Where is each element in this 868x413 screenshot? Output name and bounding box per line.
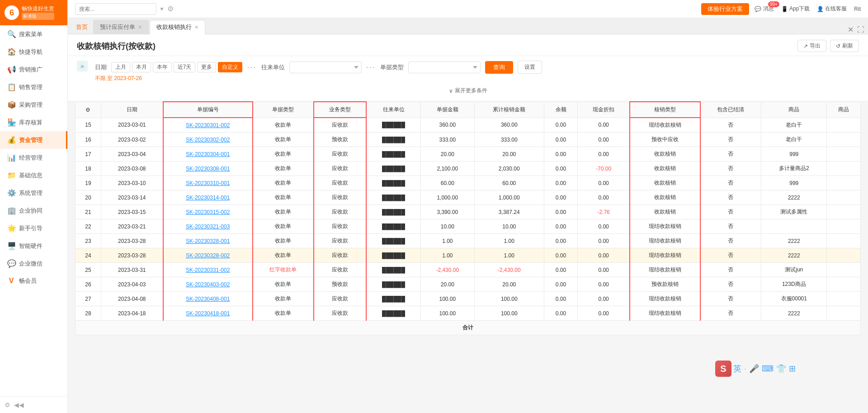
- sidebar-item-hardware[interactable]: 🖥️ 智能硬件: [0, 237, 67, 255]
- biz-type-cell: 预收款: [314, 133, 366, 147]
- bill-no-cell[interactable]: SK-20230331-002: [163, 263, 253, 277]
- page-body: 收款核销执行(按收款) ↗ 导出 ↺ 刷新 » 日期: [68, 34, 868, 413]
- th-product2[interactable]: 商品: [827, 102, 861, 118]
- bill-no-cell[interactable]: SK-20230302-002: [163, 133, 253, 147]
- query-button[interactable]: 查询: [485, 61, 513, 74]
- th-gear[interactable]: ⚙: [75, 102, 101, 118]
- tab-collection-close-icon[interactable]: ✕: [194, 24, 198, 30]
- sidebar-item-label: 智能硬件: [19, 242, 42, 250]
- bill-no-cell[interactable]: SK-20230418-001: [163, 306, 253, 321]
- sidebar-item-finance[interactable]: 💰 资金管理: [0, 131, 67, 149]
- sidebar-item-sales[interactable]: 📋 销售管理: [0, 78, 67, 96]
- online-service-link[interactable]: 👤 在线客服: [817, 5, 847, 13]
- table-cell: 否: [700, 161, 761, 176]
- watermark-icon-3: 🎤: [749, 364, 759, 374]
- refresh-button[interactable]: ↺ 刷新: [830, 40, 859, 52]
- sidebar-item-inventory[interactable]: 🏪 库存核算: [0, 114, 67, 131]
- settings-button[interactable]: 设置: [518, 61, 542, 74]
- basic-icon: 📁: [7, 171, 15, 180]
- write-type-cell: 现结收款核销: [630, 118, 700, 133]
- bill-no-cell[interactable]: SK-20230301-002: [163, 118, 253, 133]
- th-write-type[interactable]: 核销类型: [630, 102, 700, 118]
- more-date-button[interactable]: 更多: [197, 62, 216, 72]
- th-include-cleared[interactable]: 包含已结清: [700, 102, 761, 118]
- custom-date-button[interactable]: 自定义: [218, 62, 242, 72]
- table-row: 192023-03-10SK-20230310-001收款单应收款██████6…: [75, 176, 861, 190]
- user-avatar[interactable]: Rit: [854, 6, 861, 12]
- table-cell: 0.00: [578, 234, 630, 248]
- last-month-button[interactable]: 上月: [111, 62, 130, 72]
- table-cell: 19: [75, 176, 101, 190]
- table-cell: 0.00: [578, 306, 630, 321]
- topbar-search-input[interactable]: [75, 3, 156, 15]
- th-biz-type[interactable]: 业务类型: [314, 102, 366, 118]
- sidebar-item-basic[interactable]: 📁 基础信息: [0, 166, 67, 184]
- expand-more-button[interactable]: ∨ 展开更多条件: [449, 85, 487, 96]
- biz-type-cell: 应收款: [314, 219, 366, 234]
- close-window-icon[interactable]: ✕: [848, 25, 854, 34]
- app-download-link[interactable]: 📱 App下载: [781, 5, 810, 13]
- finance-icon: 💰: [7, 136, 15, 144]
- tab-prepay-close-icon[interactable]: ✕: [138, 24, 142, 30]
- footer-total-label: 合计: [75, 321, 861, 335]
- th-product[interactable]: 商品: [761, 102, 827, 118]
- sidebar-item-marketing[interactable]: 📢 营销推广: [0, 61, 67, 78]
- last-7days-button[interactable]: 近7天: [174, 62, 196, 72]
- tab-prepay-label: 预计应应付单: [100, 23, 135, 31]
- bill-no-cell[interactable]: SK-20230315-002: [163, 205, 253, 219]
- system-icon: ⚙️: [7, 189, 15, 197]
- table-cell: 20.00: [474, 147, 544, 161]
- tab-home[interactable]: 首页: [71, 20, 92, 34]
- table-cell: [827, 205, 861, 219]
- sidebar-item-guide[interactable]: 🌟 新手引导: [0, 219, 67, 237]
- sidebar-item-wechat[interactable]: 💬 企业微信: [0, 255, 67, 272]
- th-date[interactable]: 日期: [101, 102, 163, 118]
- bill-no-cell[interactable]: SK-20230328-002: [163, 248, 253, 263]
- sidebar-item-quick-nav[interactable]: 🏠 快捷导航: [0, 43, 67, 61]
- table-cell: ██████: [366, 234, 420, 248]
- sidebar-item-label: 新手引导: [19, 224, 42, 233]
- bill-no-cell[interactable]: SK-20230314-001: [163, 190, 253, 205]
- messages-button[interactable]: 💬 消息 99+: [755, 5, 774, 13]
- tab-prepay[interactable]: 预计应应付单 ✕: [93, 20, 149, 34]
- bill-no-cell[interactable]: SK-20230321-003: [163, 219, 253, 234]
- this-month-button[interactable]: 本月: [132, 62, 151, 72]
- th-cum-amount[interactable]: 累计核销金额: [474, 102, 544, 118]
- table-row: 252023-03-31SK-20230331-002红字收款单应收款█████…: [75, 263, 861, 277]
- filter-toggle-button[interactable]: »: [77, 61, 88, 71]
- sidebar-item-operations[interactable]: 📊 经营管理: [0, 149, 67, 166]
- th-bill-type[interactable]: 单据类型: [253, 102, 314, 118]
- table-cell: 1.00: [420, 248, 474, 263]
- industry-solution-button[interactable]: 体验行业方案: [701, 3, 749, 15]
- topbar-gear-icon[interactable]: ⚙: [167, 5, 174, 13]
- sidebar-item-member[interactable]: V 畅会员: [0, 272, 67, 290]
- th-discount[interactable]: 现金折扣: [578, 102, 630, 118]
- table-cell: 2023-03-04: [101, 147, 163, 161]
- th-amount[interactable]: 单据金额: [420, 102, 474, 118]
- this-year-button[interactable]: 本年: [153, 62, 172, 72]
- bill-type-label: 单据类型: [380, 63, 404, 71]
- sidebar-item-search[interactable]: 🔍 搜索菜单: [0, 25, 67, 43]
- sidebar-item-purchase[interactable]: 📦 采购管理: [0, 96, 67, 114]
- export-button[interactable]: ↗ 导出: [797, 40, 826, 52]
- maximize-icon[interactable]: ⛶: [857, 26, 864, 34]
- sidebar-item-label: 资金管理: [19, 136, 42, 144]
- bill-no-cell[interactable]: SK-20230310-001: [163, 176, 253, 190]
- tab-collection[interactable]: 收款核销执行 ✕: [150, 20, 205, 34]
- settings-bottom-icon[interactable]: ⚙: [5, 401, 10, 408]
- th-partner[interactable]: 往来单位: [366, 102, 420, 118]
- bill-no-cell[interactable]: SK-20230403-002: [163, 277, 253, 292]
- bill-no-cell[interactable]: SK-20230408-001: [163, 292, 253, 306]
- sidebar-item-enterprise[interactable]: 🏢 企业协同: [0, 202, 67, 219]
- bill-no-cell[interactable]: SK-20230304-001: [163, 147, 253, 161]
- th-bill-no[interactable]: 单据编号: [163, 102, 253, 118]
- th-balance[interactable]: 余额: [544, 102, 578, 118]
- bill-no-cell[interactable]: SK-20230328-001: [163, 234, 253, 248]
- table-cell: 0.00: [544, 234, 578, 248]
- chevron-down-icon: ∨: [449, 88, 453, 94]
- collapse-icon[interactable]: ◀◀: [14, 401, 24, 408]
- bill-no-cell[interactable]: SK-20230308-001: [163, 161, 253, 176]
- bill-type-select[interactable]: [408, 62, 481, 73]
- customer-filter-input[interactable]: [289, 62, 362, 73]
- sidebar-item-system[interactable]: ⚙️ 系统管理: [0, 184, 67, 202]
